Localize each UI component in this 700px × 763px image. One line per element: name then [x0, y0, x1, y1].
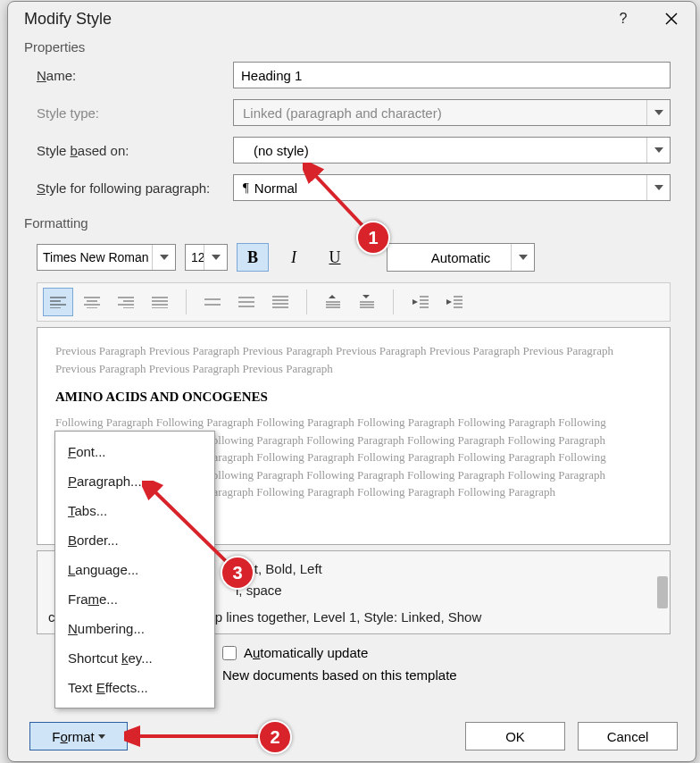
align-left-button[interactable] — [43, 288, 73, 316]
increase-indent-button[interactable] — [438, 288, 469, 316]
chevron-down-icon — [646, 100, 670, 125]
svg-marker-2 — [654, 110, 663, 115]
chevron-down-icon — [646, 138, 670, 163]
menu-language[interactable]: Language... — [55, 555, 214, 584]
dropdown-arrow-icon — [98, 734, 105, 739]
decrease-indent-button[interactable] — [404, 288, 435, 316]
svg-marker-4 — [654, 185, 663, 190]
chevron-down-icon — [511, 244, 534, 271]
name-input[interactable] — [233, 62, 671, 88]
help-button[interactable]: ? — [613, 9, 633, 29]
align-justify-button[interactable] — [145, 288, 175, 316]
annotation-badge-2: 2 — [258, 720, 292, 754]
following-paragraph-value: Normal — [254, 180, 297, 196]
svg-marker-37 — [362, 295, 370, 298]
cancel-button[interactable]: Cancel — [578, 722, 678, 750]
formatting-section-label: Formatting — [8, 212, 696, 238]
style-type-label: Style type: — [37, 105, 233, 121]
menu-border[interactable]: Border... — [55, 525, 214, 555]
menu-paragraph[interactable]: Paragraph... — [55, 466, 214, 496]
based-on-label: Style based on: — [37, 143, 233, 158]
close-button[interactable] — [662, 9, 681, 29]
svg-marker-5 — [160, 255, 169, 260]
chevron-down-icon — [646, 175, 670, 200]
following-paragraph-label: Style for following paragraph: — [37, 180, 233, 196]
menu-frame[interactable]: Frame... — [55, 584, 214, 614]
chevron-down-icon — [204, 245, 227, 270]
dialog-title: Modify Style — [24, 10, 112, 29]
line-spacing-1-button[interactable] — [197, 288, 228, 316]
line-spacing-15-button[interactable] — [231, 288, 262, 316]
svg-marker-6 — [212, 255, 221, 260]
scrollbar-thumb[interactable] — [657, 576, 668, 608]
font-size-combo[interactable]: 12 — [185, 244, 228, 271]
modify-style-dialog: Modify Style ? Properties Name: Style ty… — [7, 1, 696, 762]
pilcrow-icon: ¶ — [243, 180, 249, 196]
based-on-combo[interactable]: (no style) — [233, 137, 671, 164]
auto-update-label: Automatically update — [244, 645, 368, 660]
svg-marker-3 — [654, 147, 663, 153]
menu-tabs[interactable]: Tabs... — [55, 496, 214, 525]
following-paragraph-combo[interactable]: ¶ Normal — [233, 174, 671, 201]
format-popup-menu: Font... Paragraph... Tabs... Border... L… — [54, 431, 215, 708]
menu-font[interactable]: Font... — [55, 437, 214, 466]
name-label: Name: — [37, 68, 233, 83]
space-before-decrease-button[interactable] — [352, 288, 382, 316]
properties-section-label: Properties — [8, 36, 696, 62]
ok-button[interactable]: OK — [465, 722, 565, 750]
chevron-down-icon — [152, 245, 175, 270]
font-family-combo[interactable]: Times New Roman — [37, 244, 176, 271]
space-before-increase-button[interactable] — [318, 288, 348, 316]
close-icon — [665, 13, 678, 25]
menu-shortcut-key[interactable]: Shortcut key... — [55, 643, 214, 673]
underline-button[interactable]: U — [319, 243, 351, 272]
annotation-badge-1: 1 — [356, 221, 390, 255]
font-family-value: Times New Roman — [43, 250, 149, 264]
format-button[interactable]: Format — [29, 722, 128, 750]
align-right-button[interactable] — [111, 288, 141, 316]
annotation-badge-3: 3 — [221, 556, 254, 590]
bold-button[interactable]: B — [237, 243, 269, 272]
auto-update-checkbox[interactable] — [222, 646, 237, 660]
titlebar: Modify Style ? — [8, 2, 696, 36]
new-documents-template-label: New documents based on this template — [222, 667, 457, 683]
line-spacing-2-button[interactable] — [265, 288, 296, 316]
menu-text-effects[interactable]: Text Effects... — [55, 673, 214, 702]
svg-marker-33 — [329, 295, 336, 298]
align-center-button[interactable] — [77, 288, 107, 316]
based-on-value: (no style) — [243, 143, 309, 158]
preview-heading-text: AMINO ACIDS AND ONCOGENES — [55, 390, 652, 405]
style-type-value: Linked (paragraph and character) — [243, 105, 442, 121]
preview-previous-text: Previous Paragraph Previous Paragraph Pr… — [55, 342, 652, 377]
italic-button[interactable]: I — [278, 243, 310, 272]
svg-marker-51 — [98, 734, 105, 739]
svg-marker-7 — [519, 255, 528, 260]
style-type-combo: Linked (paragraph and character) — [233, 99, 671, 126]
paragraph-toolbar — [37, 282, 671, 322]
font-color-value: Automatic — [431, 250, 491, 265]
menu-numbering[interactable]: Numbering... — [55, 614, 214, 643]
font-color-combo[interactable]: Automatic — [387, 243, 535, 272]
svg-marker-41 — [412, 299, 418, 305]
svg-marker-46 — [446, 299, 452, 305]
